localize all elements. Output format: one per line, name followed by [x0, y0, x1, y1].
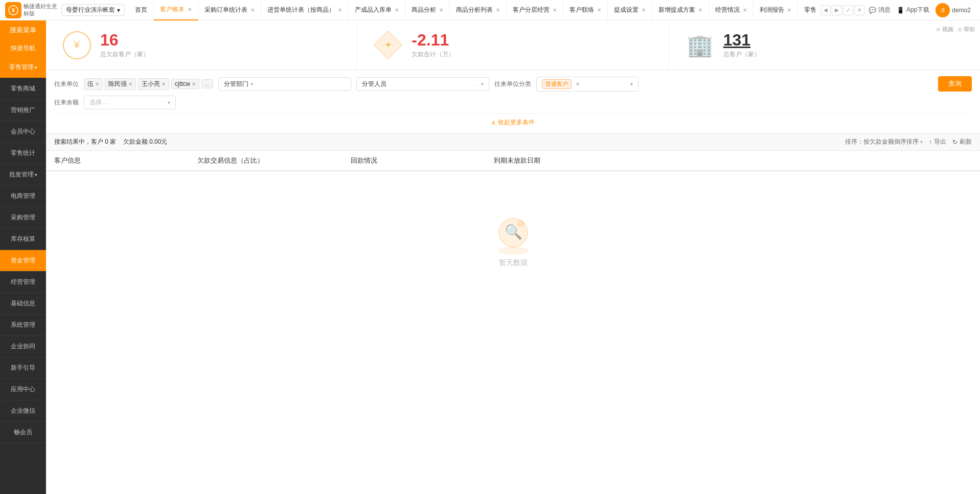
stat-icon-customers: 🏢 — [685, 30, 715, 60]
tab-close-customer-debt[interactable]: ✕ — [188, 7, 192, 12]
app-download-btn[interactable]: 📱 App下载 — [897, 6, 929, 14]
tab-operation-status[interactable]: 经营情况✕ — [709, 0, 754, 20]
table-col-debt-trade-info: 欠款交易信息（占比） — [197, 156, 351, 165]
stats-video-btn[interactable]: ⊙ 视频 — [936, 26, 953, 33]
refresh-btn[interactable]: ↻ 刷新 — [952, 138, 972, 146]
tab-next-arrow[interactable]: ▶ — [832, 5, 842, 15]
tab-close-all[interactable]: ✕ — [854, 5, 864, 15]
remainder-selector[interactable]: 选择... ▾ — [84, 96, 176, 109]
unit-tags: 伍✕陈民强✕王小亮✕cjttcw✕... — [84, 78, 213, 90]
stat-total-customers: ⊙ 视频 ⊙ 帮助 🏢 131 总客户（家） — [669, 20, 980, 70]
tab-close-customer-segment[interactable]: ✕ — [553, 7, 557, 13]
collapse-filters-btn[interactable]: ∧ 收起更多条件 — [54, 114, 972, 127]
sidebar-item-app-center[interactable]: 应用中心 — [0, 379, 46, 400]
export-icon: ↑ — [929, 139, 932, 146]
tab-customer-contact[interactable]: 客户联络✕ — [563, 0, 608, 20]
unit-tags-more[interactable]: ... — [201, 79, 213, 88]
tab-close-improvement-settings[interactable]: ✕ — [642, 7, 646, 13]
building-icon: 🏢 — [687, 33, 713, 58]
unit-tag-cjttcw[interactable]: cjttcw✕ — [171, 79, 199, 89]
sidebar-item-system-mgmt[interactable]: 系统管理 — [0, 315, 46, 336]
tab-customer-debt[interactable]: 客户账本✕ — [154, 0, 198, 20]
tab-close-stock-in-stats[interactable]: ✕ — [338, 7, 342, 13]
tab-new-improvement[interactable]: 新增提成方案✕ — [652, 0, 709, 20]
unit-tag-王小亮[interactable]: 王小亮✕ — [138, 78, 169, 90]
export-btn[interactable]: ↑ 导出 — [929, 138, 946, 146]
sidebar-item-retail-stats[interactable]: 零售统计 — [0, 143, 46, 164]
tab-close-goods-analysis-list[interactable]: ✕ — [496, 7, 500, 13]
table-col-repayment-status: 回款情况 — [351, 156, 494, 165]
unit-tag-伍[interactable]: 伍✕ — [84, 78, 103, 90]
tab-close-new-improvement[interactable]: ✕ — [698, 7, 702, 13]
tab-customer-segment[interactable]: 客户分层经营✕ — [507, 0, 563, 20]
person-selector[interactable]: 分管人员 … ▾ — [356, 77, 489, 91]
sidebar-item-ecommerce-mgmt[interactable]: 电商管理 — [0, 186, 46, 207]
message-icon: 💬 — [869, 7, 876, 14]
tab-improvement-settings[interactable]: 提成设置✕ — [608, 0, 652, 20]
category-filter-label: 往来单位分类 — [494, 80, 531, 88]
tab-stock-in-stats[interactable]: 进货单统计表（按商品）✕ — [261, 0, 349, 20]
user-menu[interactable]: d demo2 — [936, 3, 971, 17]
stat-number-debt: -2.11 — [412, 32, 454, 48]
sidebar-item-enterprise-wechat[interactable]: 企业微信 — [0, 400, 46, 422]
sidebar-item-member-center[interactable]: 会员中心 — [0, 121, 46, 143]
sidebar-item-retail-mgmt[interactable]: 零售管理▾ — [0, 57, 46, 78]
sidebar-item-basic-info[interactable]: 基础信息 — [0, 293, 46, 315]
tab-bar: 首页客户账本✕采购订单统计表✕进货单统计表（按商品）✕产成品入库单✕商品分析✕商… — [129, 0, 816, 20]
sidebar-quick-nav[interactable]: 快捷导航 — [0, 40, 46, 57]
account-selector[interactable]: 母婴行业演示帐套 ▾ — [61, 4, 125, 16]
sidebar-item-new-guide[interactable]: 新手引导 — [0, 357, 46, 379]
logo-icon: ¥ — [5, 2, 21, 18]
svg-point-2 — [498, 246, 529, 255]
tab-goods-analysis[interactable]: 商品分析✕ — [405, 0, 450, 20]
svg-point-5 — [518, 220, 524, 227]
result-actions: 排序：按欠款金额倒序排序 ▾ ↑ 导出 ↻ 刷新 — [845, 138, 972, 146]
tab-purchase-order-stats[interactable]: 采购订单统计表✕ — [198, 0, 261, 20]
result-bar: 搜索结果中，客户 0 家 欠款金额 0.00元 排序：按欠款金额倒序排序 ▾ ↑… — [46, 133, 980, 151]
tab-expand-arrow[interactable]: ⤢ — [843, 5, 853, 15]
logo-line2: 标版 — [24, 10, 57, 17]
tab-close-purchase-order-stats[interactable]: ✕ — [250, 7, 255, 13]
query-button[interactable]: 查询 — [938, 76, 972, 92]
sidebar-item-operation-mgmt[interactable]: 经营管理 — [0, 272, 46, 293]
empty-illustration: 🔍 — [490, 212, 536, 258]
sidebar-item-capital-mgmt[interactable]: 资金管理 — [0, 250, 46, 272]
sidebar-item-wholesale-mgmt[interactable]: 批发管理▾ — [0, 164, 46, 186]
tab-product-stock-in[interactable]: 产成品入库单✕ — [349, 0, 405, 20]
table-col-customer-info: 客户信息 — [54, 156, 197, 165]
tab-prev-arrow[interactable]: ◀ — [821, 5, 831, 15]
tab-close-customer-contact[interactable]: ✕ — [597, 7, 601, 13]
tab-close-profit-report[interactable]: ✕ — [787, 7, 791, 13]
category-selector[interactable]: 普通客户 ✕ ▾ — [536, 77, 639, 92]
sort-label[interactable]: 排序：按欠款金额倒序排序 ▾ — [845, 138, 923, 146]
sidebar-item-inventory-check[interactable]: 库存核算 — [0, 229, 46, 250]
sidebar: 搜索菜单 快捷导航 零售管理▾零售商城营销推广会员中心零售统计批发管理▾电商管理… — [0, 20, 46, 494]
sidebar-item-marketing[interactable]: 营销推广 — [0, 100, 46, 121]
stats-help-btn[interactable]: ⊙ 帮助 — [958, 26, 975, 33]
data-table: 客户信息欠款交易信息（占比）回款情况到期未放款日期 🔍 暂无数据 — [46, 151, 980, 494]
tab-close-goods-analysis[interactable]: ✕ — [439, 7, 443, 13]
stats-bar: ¥ 16 总欠款客户（家） ✦ -2.11 欠款合计（万） — [46, 20, 980, 70]
svg-text:¥: ¥ — [12, 7, 15, 13]
tab-profit-report[interactable]: 利润报告✕ — [754, 0, 798, 20]
stat-number-debtors: 16 — [100, 32, 149, 48]
tab-close-operation-status[interactable]: ✕ — [743, 7, 747, 13]
sidebar-item-enterprise-collab[interactable]: 企业协同 — [0, 336, 46, 357]
tab-nav-arrows: ◀ ▶ ⤢ ✕ — [821, 5, 864, 15]
logo-area: ¥ 畅捷通好生意 标版 — [5, 2, 57, 18]
sidebar-item-member-vip[interactable]: 畅会员 — [0, 422, 46, 443]
sidebar-item-purchase-mgmt[interactable]: 采购管理 — [0, 207, 46, 229]
sidebar-search[interactable]: 搜索菜单 — [0, 20, 46, 40]
stat-number-customers: 131 — [723, 32, 760, 48]
chevron-down-icon: ▾ — [117, 7, 120, 14]
tab-home[interactable]: 首页 — [129, 0, 154, 20]
tab-goods-analysis-list[interactable]: 商品分析列表✕ — [450, 0, 507, 20]
dept-selector[interactable]: 分管部门 ▾ — [218, 77, 351, 91]
stat-debt-amount: ✦ -2.11 欠款合计（万） — [357, 20, 669, 70]
unit-tag-陈民强[interactable]: 陈民强✕ — [105, 78, 136, 90]
sidebar-item-retail-shop[interactable]: 零售商城 — [0, 78, 46, 100]
tab-close-product-stock-in[interactable]: ✕ — [395, 7, 399, 13]
tab-retail-profit[interactable]: 零售利润(✕ — [798, 0, 816, 20]
stat-total-debtors: ¥ 16 总欠款客户（家） — [46, 20, 357, 70]
messages-btn[interactable]: 💬 消息 — [869, 6, 891, 14]
